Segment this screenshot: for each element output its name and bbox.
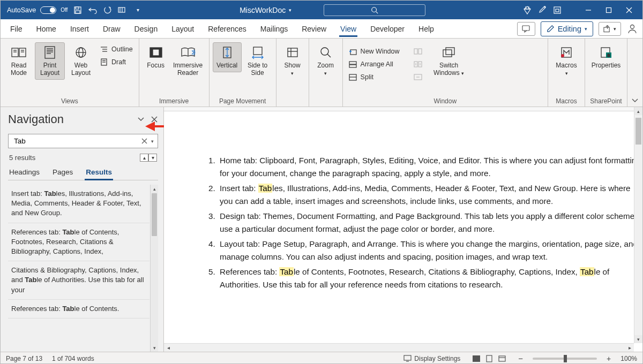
- zoom-slider[interactable]: [533, 358, 597, 360]
- tab-file[interactable]: File: [5, 21, 28, 36]
- new-window-button[interactable]: New Window: [346, 46, 402, 57]
- sync-scroll-button[interactable]: [411, 58, 425, 70]
- nav-tab-pages[interactable]: Pages: [51, 166, 74, 180]
- search-result[interactable]: References tab: Table of Contents, Footn…: [8, 223, 149, 262]
- reset-window-button[interactable]: [411, 71, 425, 83]
- scroll-thumb[interactable]: [635, 118, 641, 145]
- page[interactable]: Home tab: Clipboard, Font, Paragraph, St…: [164, 111, 642, 352]
- document-title[interactable]: MiscWorkDoc ▾: [240, 6, 291, 14]
- show-button[interactable]: Show▾: [280, 42, 305, 80]
- brush-icon[interactable]: [537, 5, 547, 15]
- nav-dropdown-icon[interactable]: [137, 116, 145, 123]
- prev-result-button[interactable]: ▴: [140, 154, 148, 162]
- account-icon[interactable]: [626, 23, 638, 35]
- horizontal-scrollbar[interactable]: ◂ ▸: [164, 343, 634, 352]
- collapse-ribbon-button[interactable]: [627, 39, 642, 107]
- nav-close-icon[interactable]: [151, 116, 158, 123]
- search-result[interactable]: References tab: Table of Contents.: [8, 300, 149, 318]
- zoom-in-button[interactable]: +: [607, 354, 611, 363]
- comments-button[interactable]: [517, 22, 535, 36]
- clear-search-icon[interactable]: [139, 138, 149, 144]
- redo-icon[interactable]: [103, 5, 113, 15]
- next-result-button[interactable]: ▾: [148, 154, 157, 162]
- read-mode-button[interactable]: Read Mode: [4, 42, 34, 80]
- view-side-by-side-button[interactable]: [411, 46, 425, 57]
- svg-line-7: [376, 11, 378, 13]
- search-result[interactable]: Insert tab: Tables, Illustrations, Add-i…: [8, 185, 149, 223]
- svg-rect-1: [76, 7, 79, 9]
- word-count[interactable]: 1 of 704 words: [52, 355, 94, 362]
- nav-search-field[interactable]: [13, 136, 139, 146]
- svg-line-46: [327, 54, 331, 57]
- zoom-button[interactable]: Zoom▾: [312, 42, 339, 80]
- nav-tab-results[interactable]: Results: [85, 166, 113, 180]
- nav-tab-headings[interactable]: Headings: [8, 166, 41, 180]
- switch-windows-button[interactable]: Switch Windows ▾: [431, 42, 467, 80]
- display-settings-button[interactable]: Display Settings: [403, 355, 460, 362]
- editing-mode-button[interactable]: Editing ▾: [541, 21, 593, 36]
- results-scrollbar[interactable]: ▴ ▾: [150, 185, 158, 352]
- tab-view[interactable]: View: [335, 21, 362, 36]
- scroll-up-icon[interactable]: ▴: [634, 107, 642, 115]
- tab-help[interactable]: Help: [413, 21, 439, 36]
- scroll-thumb[interactable]: [152, 193, 157, 236]
- web-view-icon[interactable]: [496, 353, 509, 364]
- tab-insert[interactable]: Insert: [65, 21, 94, 36]
- svg-rect-2: [76, 11, 80, 13]
- tab-developer[interactable]: Developer: [365, 21, 410, 36]
- svg-rect-10: [556, 9, 559, 12]
- scroll-down-icon[interactable]: ▾: [634, 335, 642, 343]
- tab-references[interactable]: References: [203, 21, 252, 36]
- search-result[interactable]: Citations & Bibliography, Captions, Inde…: [8, 261, 149, 300]
- app-icon[interactable]: [552, 5, 562, 15]
- scroll-up-icon[interactable]: ▴: [151, 185, 158, 193]
- print-view-icon[interactable]: [483, 353, 496, 364]
- close-button[interactable]: [619, 2, 639, 19]
- focus-view-icon[interactable]: [470, 353, 483, 364]
- scroll-left-icon[interactable]: ◂: [164, 344, 173, 352]
- immersive-reader-button[interactable]: Immersive Reader: [170, 42, 206, 80]
- quick-access-icon[interactable]: [118, 5, 128, 15]
- web-layout-button[interactable]: Web Layout: [66, 42, 96, 80]
- tab-review[interactable]: Review: [296, 21, 332, 36]
- search-dropdown-icon[interactable]: ▾: [149, 139, 155, 144]
- chevron-down-icon: ▾: [289, 7, 291, 13]
- diamond-icon[interactable]: [522, 5, 532, 15]
- search-box[interactable]: [324, 4, 425, 16]
- tab-mailings[interactable]: Mailings: [255, 21, 293, 36]
- undo-icon[interactable]: [88, 5, 98, 15]
- tab-draw[interactable]: Draw: [98, 21, 126, 36]
- svg-rect-42: [288, 48, 297, 57]
- arrange-all-button[interactable]: Arrange All: [346, 58, 402, 70]
- minimize-button[interactable]: [578, 2, 599, 19]
- svg-rect-50: [349, 62, 356, 64]
- zoom-out-button[interactable]: −: [518, 354, 523, 363]
- split-button[interactable]: Split: [346, 71, 402, 83]
- share-button[interactable]: ▾: [599, 22, 621, 36]
- status-bar: Page 7 of 13 1 of 704 words Display Sett…: [1, 352, 642, 364]
- maximize-button[interactable]: [599, 2, 619, 19]
- zoom-level[interactable]: 100%: [620, 355, 637, 362]
- tab-layout[interactable]: Layout: [166, 21, 199, 36]
- nav-search-input[interactable]: ▾: [8, 134, 158, 148]
- scroll-right-icon[interactable]: ▸: [625, 344, 634, 352]
- print-layout-button[interactable]: Print Layout: [35, 42, 65, 80]
- side-to-side-button[interactable]: Side to Side: [243, 42, 273, 80]
- results-list: Insert tab: Tables, Illustrations, Add-i…: [8, 185, 149, 352]
- autosave-toggle[interactable]: AutoSave Off: [7, 6, 68, 14]
- tab-home[interactable]: Home: [31, 21, 62, 36]
- tab-design[interactable]: Design: [129, 21, 163, 36]
- vertical-button[interactable]: Vertical: [213, 42, 242, 72]
- qat-dropdown-icon[interactable]: ▾: [133, 5, 143, 15]
- properties-button[interactable]: S Properties: [588, 42, 624, 72]
- svg-rect-59: [443, 50, 452, 57]
- save-icon[interactable]: [73, 5, 83, 15]
- macros-button[interactable]: Macros▾: [551, 42, 581, 80]
- page-indicator[interactable]: Page 7 of 13: [6, 355, 42, 362]
- focus-button[interactable]: Focus: [143, 42, 169, 72]
- draft-button[interactable]: Draft: [97, 56, 136, 68]
- outline-button[interactable]: Outline: [97, 43, 136, 55]
- vertical-scrollbar[interactable]: ▴ ▾: [634, 107, 642, 343]
- scroll-down-icon[interactable]: ▾: [151, 344, 158, 352]
- group-label: Window: [346, 96, 544, 107]
